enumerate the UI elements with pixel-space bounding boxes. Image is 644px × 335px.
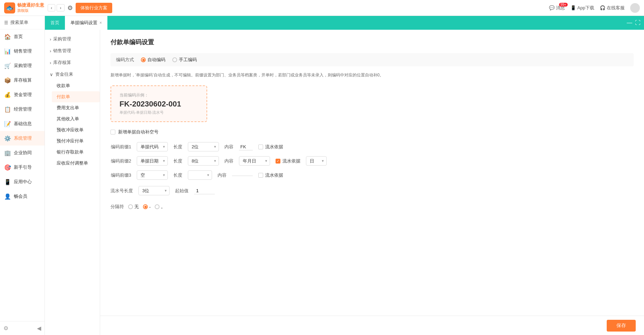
prefix1-select-wrapper[interactable]: 单据代码 业务员 部门	[137, 142, 168, 151]
prefix1-select[interactable]: 单据代码 业务员 部门	[137, 142, 168, 151]
sep-none-option[interactable]: 无	[128, 204, 139, 210]
encoding-label: 编码方式	[116, 57, 134, 63]
auto-fill-checkbox[interactable]	[110, 130, 115, 134]
sidebar-item-system[interactable]: ⚙️ 系统管理	[0, 131, 45, 146]
menu-parent-purchase-label: 采购管理	[53, 36, 71, 42]
tab-minimize-icon[interactable]: —	[627, 20, 632, 26]
menu-child-shoukuan[interactable]: 收款单	[52, 80, 100, 91]
manual-encode-radio[interactable]	[172, 57, 177, 62]
save-button[interactable]: 保存	[607, 320, 636, 332]
sidebar-label-sales: 销售管理	[14, 48, 32, 54]
info-text: 新增单据时，'单据编码'自动生成，不可编辑。前缀设置为部门、业务员等档案类，开单…	[110, 72, 634, 78]
prefix1-length-select[interactable]: 2位 3位 4位	[188, 142, 219, 151]
menu-child-yingshou[interactable]: 应收应付调整单	[52, 158, 100, 169]
sep-dash-radio[interactable]	[143, 204, 148, 209]
sidebar-label-purchase: 采购管理	[14, 63, 32, 69]
message-button[interactable]: 💬 消息 99+	[549, 5, 565, 11]
inventory-icon: 📦	[4, 77, 11, 84]
sep-dot-radio[interactable]	[155, 204, 160, 209]
prefix2-length-select[interactable]: 8位 6位 4位	[188, 156, 219, 166]
auto-encode-option[interactable]: 自动编码	[141, 57, 165, 63]
menu-child-qita[interactable]: 其他收入单	[52, 113, 100, 124]
menu-child-fukuan[interactable]: 付款单	[52, 91, 100, 102]
tab-close-icon[interactable]: ×	[99, 20, 102, 25]
menu-child-yushou[interactable]: 预收冲应收单	[52, 124, 100, 136]
sep-dash-option[interactable]: -	[143, 204, 151, 210]
sidebar-label-apps: 应用中心	[14, 179, 32, 185]
message-icon: 💬	[549, 5, 555, 10]
menu-child-feiyong[interactable]: 费用支出单	[52, 102, 100, 113]
sep-dot-option[interactable]: 。	[155, 204, 165, 210]
prefix3-length-select[interactable]	[188, 170, 212, 180]
menu-parent-sales[interactable]: › 销售管理	[45, 45, 100, 57]
prefix3-serial-group: 流水依据	[258, 172, 283, 178]
sidebar-item-basic[interactable]: 📝 基础信息	[0, 117, 45, 131]
sidebar-settings-icon[interactable]: ⚙	[3, 325, 8, 332]
serial-length-select[interactable]: 3位 4位 5位	[138, 186, 170, 195]
prefix2-length-select-wrapper[interactable]: 8位 6位 4位	[188, 156, 219, 166]
search-menu[interactable]: ☰ 搜索菜单	[0, 16, 45, 29]
service-button[interactable]: 🎧 在线客服	[600, 5, 625, 11]
menu-child-yufu[interactable]: 预付冲应付单	[52, 136, 100, 147]
menu-child-yinhang[interactable]: 银行存取款单	[52, 147, 100, 158]
serial-row: 流水号长度 3位 4位 5位 起始值 1	[110, 186, 634, 195]
prefix2-content-select-wrapper[interactable]: 年月日 年月 年	[239, 156, 270, 166]
trial-button[interactable]: 体验行业方案	[76, 3, 112, 13]
sidebar-item-sales[interactable]: 📊 销售管理	[0, 44, 45, 58]
tab-home-label: 首页	[50, 20, 59, 26]
sidebar-label-home: 首页	[14, 34, 23, 40]
prefix3-select[interactable]: 空 单据代码 业务员	[137, 170, 168, 180]
serial-start-input[interactable]: 1	[194, 187, 215, 194]
nav-back-button[interactable]: ‹	[48, 4, 55, 11]
prefix2-content-select[interactable]: 年月日 年月 年	[239, 156, 270, 166]
sidebar-collapse-icon[interactable]: ◀	[37, 325, 41, 332]
sidebar-item-company[interactable]: 🏢 企业协同	[0, 146, 45, 160]
sidebar-item-purchase[interactable]: 🛒 采购管理	[0, 58, 45, 73]
prefix3-select-wrapper[interactable]: 空 单据代码 业务员	[137, 170, 168, 180]
sep-none-radio[interactable]	[128, 204, 133, 209]
tab-code-settings[interactable]: 单据编码设置 ×	[65, 16, 107, 30]
prefix3-content-value	[232, 174, 253, 176]
prefix2-day-select[interactable]: 日 月 年	[306, 156, 327, 166]
sidebar-item-home[interactable]: 🏠 首页	[0, 29, 45, 44]
member-icon: 👤	[4, 193, 11, 200]
operations-icon: 📋	[4, 106, 11, 113]
user-avatar[interactable]	[630, 3, 640, 13]
sidebar-label-company: 企业协同	[14, 150, 32, 156]
sidebar-item-operations[interactable]: 📋 经营管理	[0, 102, 45, 117]
sidebar-item-finance[interactable]: 💰 资金管理	[0, 87, 45, 102]
prefix2-serial-checkbox[interactable]	[276, 159, 280, 164]
tab-maximize-icon[interactable]: ⛶	[635, 20, 641, 26]
main-content: 付款单编码设置 编码方式 自动编码 手工编码	[100, 30, 644, 316]
prefix2-select[interactable]: 单据日期 入库日期	[137, 156, 168, 166]
prefix1-serial-checkbox[interactable]	[258, 145, 263, 149]
prefix2-day-select-wrapper[interactable]: 日 月 年	[306, 156, 327, 166]
tab-bar-right: — ⛶	[627, 20, 644, 26]
app-label: App下载	[577, 5, 594, 11]
prefix2-serial-group: 流水依据	[276, 158, 300, 164]
menu-parent-purchase[interactable]: › 采购管理	[45, 33, 100, 45]
service-icon: 🎧	[600, 5, 605, 10]
sidebar-item-newbie[interactable]: 🎯 新手引导	[0, 160, 45, 175]
nav-forward-button[interactable]: ›	[57, 4, 64, 11]
menu-parent-finance[interactable]: ∨ 资金往来	[45, 68, 100, 80]
manual-encode-option[interactable]: 手工编码	[172, 57, 197, 63]
serial-length-select-wrapper[interactable]: 3位 4位 5位	[138, 186, 170, 195]
tab-home[interactable]: 首页	[45, 16, 65, 30]
menu-parent-finance-label: 资金往来	[55, 71, 73, 77]
app-download-button[interactable]: 📱 App下载	[570, 5, 594, 11]
sidebar-item-apps[interactable]: 📱 应用中心	[0, 175, 45, 189]
sidebar-item-inventory[interactable]: 📦 库存核算	[0, 73, 45, 87]
auto-encode-radio[interactable]	[141, 57, 146, 62]
prefix3-serial-checkbox[interactable]	[258, 173, 263, 178]
app-icon: 📱	[570, 5, 576, 10]
menu-parent-inventory[interactable]: › 库存核算	[45, 57, 100, 68]
auto-encode-label: 自动编码	[147, 57, 165, 63]
prefix3-length-select-wrapper[interactable]	[188, 170, 212, 180]
prefix1-length-select-wrapper[interactable]: 2位 3位 4位	[188, 142, 219, 151]
logo-sub: 旗舰版	[17, 8, 44, 13]
sidebar-item-member[interactable]: 👤 畅会员	[0, 189, 45, 204]
prefix2-select-wrapper[interactable]: 单据日期 入库日期	[137, 156, 168, 166]
separator-row: 分隔符 无 - 。	[110, 204, 634, 210]
settings-icon[interactable]: ⚙	[67, 4, 73, 12]
